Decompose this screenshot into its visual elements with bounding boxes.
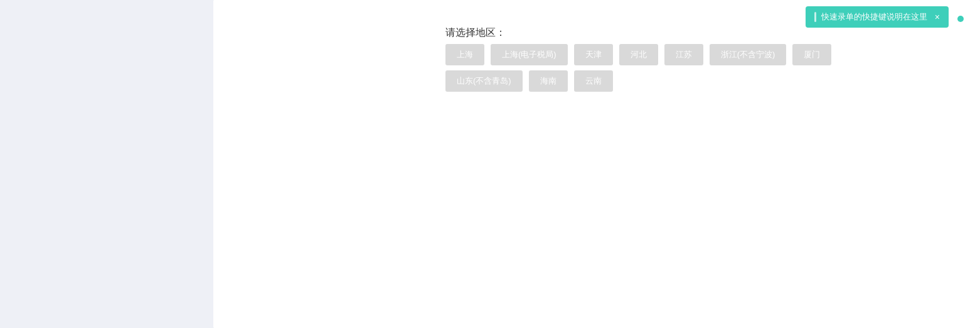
region-btn-hebei[interactable]: 河北 xyxy=(619,44,658,65)
region-btn-shanghai[interactable]: 上海 xyxy=(445,44,484,65)
region-btn-xiamen[interactable]: 厦门 xyxy=(792,44,831,65)
region-buttons-row2: 山东(不含青岛) 海南 云南 xyxy=(445,70,613,92)
region-btn-jiangsu[interactable]: 江苏 xyxy=(664,44,703,65)
region-btn-shanghai-etax[interactable]: 上海(电子税局) xyxy=(491,44,568,65)
tooltip-text: 快速录单的快捷键说明在这里 xyxy=(821,11,927,23)
page-title: 请选择地区： xyxy=(445,26,506,40)
region-btn-zhejiang[interactable]: 浙江(不含宁波) xyxy=(710,44,787,65)
region-btn-shandong[interactable]: 山东(不含青岛) xyxy=(445,70,523,92)
main-content: 请选择地区： 上海 上海(电子税局) 天津 河北 江苏 浙江(不含宁波) 厦门 … xyxy=(213,0,980,328)
region-buttons-row1: 上海 上海(电子税局) 天津 河北 江苏 浙江(不含宁波) 厦门 xyxy=(445,44,831,65)
tooltip-close-button[interactable]: × xyxy=(935,13,940,21)
tooltip-border xyxy=(814,12,816,22)
left-sidebar xyxy=(0,0,213,328)
region-btn-yunnan[interactable]: 云南 xyxy=(574,70,613,92)
region-btn-hainan[interactable]: 海南 xyxy=(529,70,568,92)
region-btn-tianjin[interactable]: 天津 xyxy=(574,44,613,65)
tooltip-banner: 快速录单的快捷键说明在这里 × xyxy=(806,6,949,28)
tooltip-dot xyxy=(957,16,964,22)
